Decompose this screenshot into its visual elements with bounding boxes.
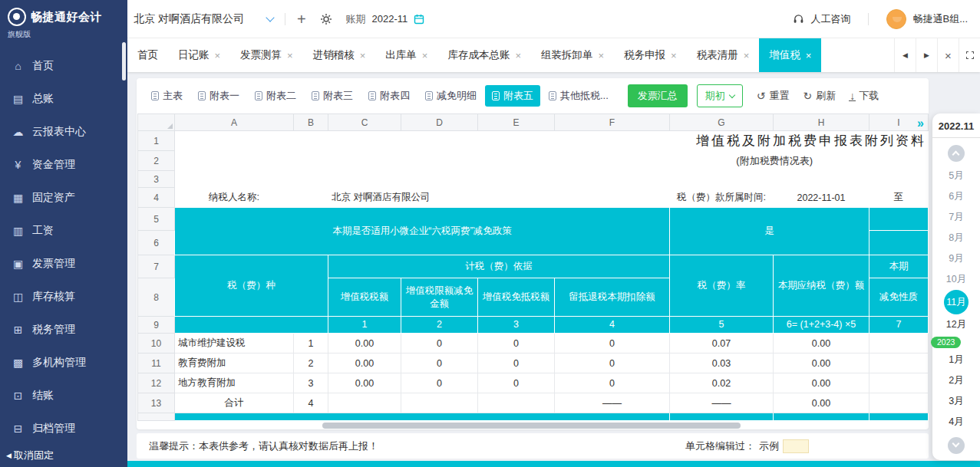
cell[interactable]: 0.02 <box>670 373 774 393</box>
fullscreen-button[interactable] <box>959 38 980 72</box>
cell[interactable] <box>869 373 929 393</box>
gear-icon[interactable] <box>320 13 332 25</box>
sidebar-item-payroll[interactable]: ▥工资 <box>0 214 127 247</box>
row-header[interactable]: 6 <box>138 231 175 255</box>
cell[interactable]: —— <box>555 393 670 413</box>
row-header[interactable]: 4 <box>138 188 175 208</box>
cell[interactable]: 0 <box>478 373 555 393</box>
months-scroll-down-button[interactable] <box>948 437 965 454</box>
tab-outbound-order[interactable]: 出库单× <box>375 38 437 72</box>
sidebar-item-funds[interactable]: ¥资金管理 <box>0 148 127 181</box>
cell[interactable]: 0.00 <box>328 354 401 373</box>
tab-tax-filing[interactable]: 税务申报× <box>614 38 687 72</box>
reset-button[interactable]: ↺重置 <box>757 89 790 103</box>
cell[interactable] <box>555 188 670 208</box>
cell[interactable]: 3 <box>294 373 328 393</box>
consult-link[interactable]: 人工咨询 <box>810 12 850 26</box>
tab-invoice-calc[interactable]: 发票测算× <box>230 38 303 72</box>
sidebar-item-archive[interactable]: ⊟归档管理 <box>0 412 127 445</box>
period-start-value[interactable]: 2022-11-01 <box>774 188 869 208</box>
sidebar-item-multi-org[interactable]: ▩多机构管理 <box>0 346 127 379</box>
cell[interactable]: —— <box>670 393 774 413</box>
close-icon[interactable]: × <box>744 50 750 61</box>
month-april[interactable]: 4月 <box>932 412 980 432</box>
row-header[interactable]: 8 <box>138 278 175 317</box>
cell[interactable]: 4 <box>294 393 328 413</box>
download-button[interactable]: ↓下载 <box>850 89 879 103</box>
month-july[interactable]: 7月 <box>932 207 980 228</box>
cell[interactable]: 0 <box>478 354 555 373</box>
cell[interactable]: 0 <box>555 334 670 354</box>
row-header[interactable]: 9 <box>138 317 175 334</box>
cell[interactable]: 0 <box>555 354 670 373</box>
cell[interactable]: 0 <box>401 373 478 393</box>
month-october[interactable]: 10月 <box>932 269 980 290</box>
sidebar-item-inventory[interactable]: ◫库存核算 <box>0 280 127 313</box>
row-header[interactable]: 11 <box>138 354 175 373</box>
calendar-icon[interactable] <box>414 14 424 25</box>
sheet-tab-appendix-3[interactable]: 附表三 <box>305 85 360 107</box>
sidebar-item-invoice[interactable]: ▣发票管理 <box>0 247 127 280</box>
refresh-button[interactable]: ↻刷新 <box>803 89 836 103</box>
sidebar-item-general-ledger[interactable]: ▤总账 <box>0 82 127 115</box>
sheet-tab-appendix-4[interactable]: 附表四 <box>361 85 417 107</box>
month-november-active[interactable]: 11月 <box>944 290 968 314</box>
sidebar-item-cloud-reports[interactable]: ☁云报表中心 <box>0 115 127 148</box>
avatar[interactable] <box>886 9 906 29</box>
select-all-corner[interactable] <box>138 114 175 131</box>
cell[interactable] <box>175 171 929 188</box>
tab-tax-form-list[interactable]: 税表清册× <box>687 38 760 72</box>
tab-inventory-cost-ledger[interactable]: 库存成本总账× <box>437 38 531 72</box>
tab-home[interactable]: 首页 <box>127 38 168 72</box>
cell[interactable]: 0 <box>401 354 478 373</box>
col-header-g[interactable]: G <box>670 114 774 131</box>
tab-vat[interactable]: 增值税× <box>759 38 821 72</box>
invoice-summary-button[interactable]: 发票汇总 <box>628 84 688 107</box>
row-header[interactable]: 12 <box>138 373 175 393</box>
col-header-b[interactable]: B <box>294 114 328 131</box>
close-icon[interactable]: × <box>806 50 812 61</box>
sidebar-item-home[interactable]: ⌂首页 <box>0 49 127 82</box>
tax-name-cell[interactable]: 地方教育附加 <box>175 373 294 393</box>
row-header[interactable]: 7 <box>138 255 175 278</box>
sidebar-item-tax[interactable]: ⊞税务管理 <box>0 313 127 346</box>
month-august[interactable]: 8月 <box>932 228 980 248</box>
horizontal-scrollbar-thumb[interactable] <box>322 423 741 429</box>
sheet-tab-main[interactable]: 主表 <box>144 85 190 107</box>
cell[interactable]: 0.00 <box>328 373 401 393</box>
cell[interactable]: 0.00 <box>774 354 869 373</box>
period-value[interactable]: 2022-11 <box>372 13 408 25</box>
cell[interactable]: 0.00 <box>328 334 401 354</box>
month-february[interactable]: 2月 <box>932 370 980 391</box>
cell[interactable]: 0 <box>478 334 555 354</box>
close-icon[interactable]: × <box>515 50 521 61</box>
row-header[interactable]: 2 <box>138 151 175 171</box>
collapse-month-panel-icon[interactable]: » <box>917 117 922 130</box>
close-icon[interactable]: × <box>422 50 428 61</box>
cell[interactable] <box>328 393 401 413</box>
cell[interactable] <box>869 393 929 413</box>
sidebar-item-fixed-assets[interactable]: ▦固定资产 <box>0 181 127 214</box>
cell[interactable]: 0.00 <box>774 373 869 393</box>
cell[interactable] <box>294 188 328 208</box>
sheet-tab-other-deduction[interactable]: 其他抵税... <box>542 85 615 107</box>
close-icon[interactable]: × <box>360 50 366 61</box>
sidebar-scrollbar[interactable] <box>122 42 126 81</box>
month-january[interactable]: 1月 <box>932 350 980 370</box>
cell[interactable]: 0.03 <box>670 354 774 373</box>
add-button[interactable]: + <box>297 12 306 27</box>
tab-assembly-order[interactable]: 组装拆卸单× <box>531 38 614 72</box>
cell[interactable]: 0.07 <box>670 334 774 354</box>
month-september[interactable]: 9月 <box>932 248 980 269</box>
col-header-f[interactable]: F <box>555 114 670 131</box>
row-header[interactable]: 10 <box>138 334 175 354</box>
company-selector[interactable]: 北京 对啊酒店有限公司 <box>134 12 273 26</box>
col-header-e[interactable]: E <box>478 114 555 131</box>
cell[interactable]: 0.00 <box>774 393 869 413</box>
taxpayer-value[interactable]: 北京 对啊酒店有限公司 <box>328 188 555 208</box>
close-icon[interactable]: × <box>598 50 604 61</box>
opening-balance-button[interactable]: 期初 <box>697 84 743 107</box>
sheet-tab-appendix-5[interactable]: 附表五 <box>485 85 540 107</box>
policy-answer[interactable]: 是 <box>670 208 869 255</box>
cell[interactable]: 1 <box>294 334 328 354</box>
